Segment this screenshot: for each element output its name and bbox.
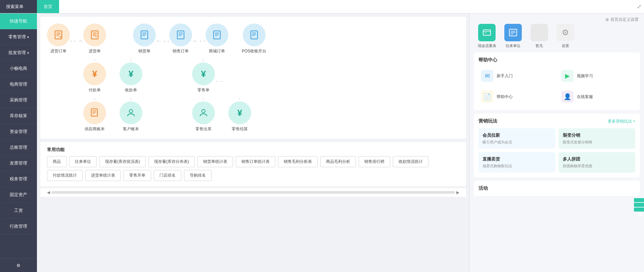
- sidebar-item-ecom-mgmt[interactable]: 电商管理: [0, 77, 37, 92]
- float-btn-desktop[interactable]: 桌面快捷: [634, 208, 644, 212]
- scroll-left-btn[interactable]: ◀: [47, 190, 50, 195]
- sidebar-item-salary[interactable]: 工资: [0, 203, 37, 219]
- func-btn-往来单位[interactable]: 往来单位: [69, 156, 97, 167]
- mall-label: 商城订单: [209, 48, 225, 54]
- receipt-icon: ¥: [120, 62, 142, 85]
- flow-node-retail-out[interactable]: ↓ 零售出库: [192, 95, 215, 132]
- sidebar-item-retail[interactable]: 零售管理 ▾: [0, 29, 37, 45]
- down-arrow-customer: ↓: [130, 96, 132, 101]
- mk-item-live-desc: 场景式购物新玩法: [482, 164, 551, 169]
- down-arrow-retail-settle: ↓: [239, 96, 241, 101]
- func-btn-付款情况统计[interactable]: 付款情况统计: [47, 170, 83, 181]
- quick-nav: 现金流量表 往来单位 暂无 ⚙ 设置: [470, 24, 644, 52]
- svg-rect-8: [141, 31, 148, 39]
- mk-item-member[interactable]: 会员拉新 吸引用户成为会员: [478, 128, 555, 149]
- retail-icon: ¥: [192, 62, 215, 85]
- sidebar-item-wholesale[interactable]: 批发管理 ▾: [0, 45, 37, 61]
- func-btn-商品毛利分析[interactable]: 商品毛利分析: [320, 156, 356, 167]
- func-btn-现存量(库存状况表)[interactable]: 现存量(库存状况表): [99, 156, 146, 167]
- sidebar-item-label: 电商管理: [10, 81, 27, 87]
- float-btn-service[interactable]: 客服热线: [634, 198, 644, 202]
- sale-icon: [133, 24, 156, 46]
- func-btn-进货单统计表[interactable]: 进货单统计表: [85, 170, 121, 181]
- qn-label-partners: 往来单位: [506, 43, 520, 48]
- flow-node-sale-order[interactable]: 销售订单: [169, 24, 192, 54]
- mk-item-live[interactable]: 直播卖货 场景式购物新玩法: [478, 152, 555, 173]
- arrow-2: ← - -: [156, 38, 169, 54]
- sidebar-item-finance[interactable]: 资金管理: [0, 124, 37, 140]
- flow-node-retail[interactable]: ↓ ¥ 零售单: [192, 56, 215, 93]
- flow-node-supplier-book[interactable]: ↓ 供应商账本: [83, 95, 106, 132]
- pos-label: POS收银开台: [242, 48, 266, 54]
- arrow-pos-retail: ← - -: [215, 79, 228, 93]
- sidebar-item-ledger[interactable]: 总账管理: [0, 140, 37, 155]
- qn-item-cashflow[interactable]: 现金流量表: [475, 24, 499, 48]
- svg-rect-24: [91, 109, 97, 116]
- float-buttons: 客服热线 服务社区 桌面快捷: [634, 198, 644, 212]
- func-btn-现存量(库存分布表)[interactable]: 现存量(库存分布表): [148, 156, 195, 167]
- tab-home[interactable]: 首页: [37, 0, 59, 13]
- sidebar-settings[interactable]: ⚙: [0, 259, 37, 272]
- sidebar-item-ecommerce[interactable]: 小畅电商: [0, 61, 37, 77]
- marketing-card: 营销玩法 更多营销玩法 > 会员拉新 吸引用户成为会员 裂变分销 裂变式发展分销…: [474, 114, 640, 177]
- func-btn-零售开单[interactable]: 零售开单: [124, 170, 151, 181]
- sidebar-item-label: 零售管理: [8, 34, 26, 40]
- mail-icon: ✉: [481, 70, 493, 82]
- flow-node-customer-book[interactable]: ↓ 客户账本: [120, 95, 142, 132]
- scroll-right-btn[interactable]: ▶: [456, 190, 459, 195]
- person-icon: 👤: [561, 91, 573, 103]
- func-btn-销售订单统计表[interactable]: 销售订单统计表: [236, 156, 275, 167]
- common-functions: 常用功能 商品往来单位现存量(库存状况表)现存量(库存分布表)销货单统计表销售订…: [40, 142, 466, 186]
- settings-icon: ⚙: [16, 263, 20, 268]
- customize-btn[interactable]: ⚙ 首页自定义设置: [605, 17, 639, 22]
- svg-point-29: [202, 109, 205, 113]
- sidebar-item-invoice[interactable]: 发票管理: [0, 155, 37, 171]
- func-btn-销货单统计表[interactable]: 销货单统计表: [197, 156, 233, 167]
- help-item-helpcenter[interactable]: 📄 帮助中心: [478, 88, 555, 105]
- search-menu[interactable]: 搜索菜单: [0, 0, 37, 13]
- sidebar-item-tax[interactable]: 税务管理: [0, 171, 37, 187]
- func-btn-门店排名[interactable]: 门店排名: [154, 170, 181, 181]
- flow-node-payment[interactable]: ↓ ¥ 付款单: [83, 56, 106, 93]
- flow-node-sale[interactable]: 销货单: [133, 24, 156, 54]
- flow-node-mall[interactable]: 商城订单: [205, 24, 228, 54]
- help-item-beginner[interactable]: ✉ 新手入门: [478, 67, 555, 85]
- flow-node-purchase[interactable]: 进货单: [83, 24, 106, 54]
- flow-node-receipt[interactable]: ↓ ¥ 收款单: [120, 56, 142, 93]
- expand-icon[interactable]: ⤢: [634, 2, 644, 12]
- qn-item-empty[interactable]: 暂无: [527, 24, 551, 48]
- help-item-service[interactable]: 👤 在线客服: [559, 88, 636, 105]
- flow-node-retail-settle[interactable]: ↓ ¥ 零售结算: [228, 95, 251, 132]
- sidebar-item-admin[interactable]: 行政管理: [0, 219, 37, 234]
- supplier-book-label: 供应商账本: [85, 126, 105, 132]
- sidebar-item-purchase[interactable]: 采购管理: [0, 92, 37, 108]
- help-item-video[interactable]: ▶ 视频学习: [559, 67, 636, 85]
- sidebar-item-quick-nav[interactable]: 快捷导航: [0, 13, 37, 29]
- qn-item-partners[interactable]: 往来单位: [501, 24, 525, 48]
- flow-node-pos[interactable]: POS收银开台: [242, 24, 266, 54]
- mk-item-group[interactable]: 多人拼团 拼团购物享受优惠: [559, 152, 636, 173]
- marketing-more-btn[interactable]: 更多营销玩法 >: [608, 119, 635, 124]
- qn-label-cashflow: 现金流量表: [478, 43, 496, 48]
- help-card: 帮助中心 ✉ 新手入门 ▶ 视频学习 📄 帮助中心 👤: [474, 52, 640, 110]
- help-grid: ✉ 新手入门 ▶ 视频学习 📄 帮助中心 👤 在线客服: [478, 67, 635, 105]
- supplier-book-icon: [83, 101, 106, 124]
- func-btn-收款情况统计[interactable]: 收款情况统计: [393, 156, 428, 167]
- scroll-track[interactable]: [51, 191, 455, 194]
- mall-icon: [205, 24, 228, 46]
- func-btn-销售排行榜[interactable]: 销售排行榜: [359, 156, 390, 167]
- help-item-service-label: 在线客服: [577, 94, 593, 100]
- float-btn-community[interactable]: 服务社区: [634, 203, 644, 207]
- func-btn-销售毛利分析表[interactable]: 销售毛利分析表: [278, 156, 318, 167]
- mk-item-fission[interactable]: 裂变分销 裂变式发展分销商: [559, 128, 636, 149]
- sale-order-icon: [169, 24, 192, 46]
- qn-item-settings[interactable]: ⚙ 设置: [554, 24, 577, 48]
- receipt-label: 收款单: [125, 87, 137, 93]
- sidebar-item-assets[interactable]: 固定资产: [0, 187, 37, 203]
- sidebar-item-inventory[interactable]: 库存核算: [0, 108, 37, 124]
- flow-node-purchase-order[interactable]: 进货订单: [47, 24, 70, 54]
- func-btn-导购排名[interactable]: 导购排名: [184, 170, 212, 181]
- func-btn-商品[interactable]: 商品: [47, 156, 66, 167]
- content-area: 进货订单 - - → 进货单: [37, 13, 644, 272]
- top-bar: 搜索菜单 首页 ⤢: [0, 0, 644, 13]
